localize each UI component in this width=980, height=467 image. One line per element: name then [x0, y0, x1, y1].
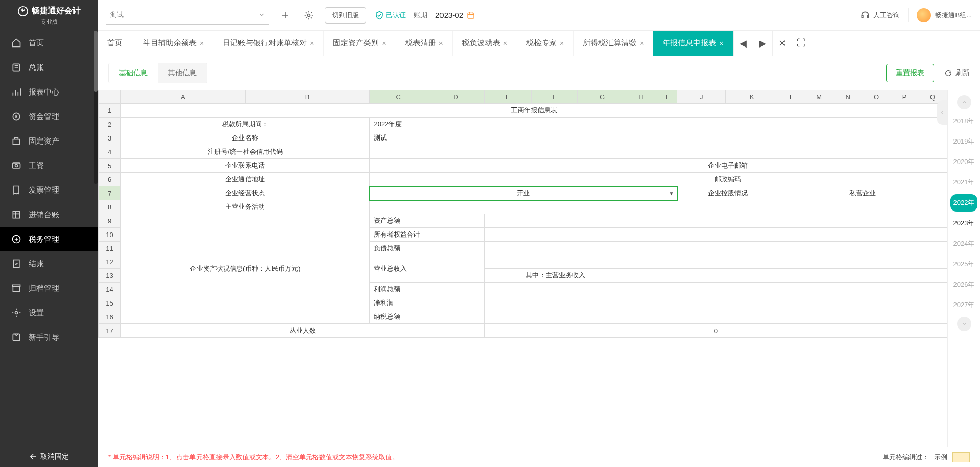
biz-label[interactable]: 主营业务活动 [121, 200, 370, 214]
tab-fullscreen[interactable]: ⛶ [792, 31, 811, 56]
row-header-10[interactable]: 10 [99, 228, 121, 242]
reg-value[interactable] [370, 145, 947, 159]
assets-total-label[interactable]: 资产总额 [370, 214, 484, 228]
row-header-9[interactable]: 9 [99, 214, 121, 228]
liab-total-label[interactable]: 负债总额 [370, 242, 484, 255]
year-item-3[interactable]: 2021年 [950, 174, 978, 191]
tab-3[interactable]: 固定资产类别× [324, 31, 396, 56]
company-selector[interactable]: 测试 [106, 6, 270, 25]
sidebar-item-0[interactable]: 首页 [0, 31, 98, 55]
sidebar-item-3[interactable]: 资金管理 [0, 104, 98, 129]
sidebar-item-1[interactable]: 总账 [0, 55, 98, 80]
row-header-12[interactable]: 12 [99, 255, 121, 269]
row-header-15[interactable]: 15 [99, 296, 121, 310]
row-header-8[interactable]: 8 [99, 200, 121, 214]
tab-scroll-left[interactable]: ◀ [733, 31, 753, 56]
row-header-1[interactable]: 1 [99, 104, 121, 118]
email-label[interactable]: 企业电子邮箱 [677, 159, 778, 173]
period-value-cell[interactable]: 2022年度 [370, 118, 947, 131]
row-header-13[interactable]: 13 [99, 269, 121, 283]
add-button[interactable] [278, 8, 293, 23]
column-header-M[interactable]: M [804, 90, 834, 104]
equity-total-label[interactable]: 所有者权益合计 [370, 228, 484, 242]
sidebar-item-5[interactable]: 工资 [0, 153, 98, 178]
company-name-label[interactable]: 企业名称 [121, 131, 370, 145]
emp-label[interactable]: 从业人数 [121, 324, 485, 338]
sidebar-item-9[interactable]: 结账 [0, 251, 98, 276]
sidebar-item-4[interactable]: 固定资产 [0, 129, 98, 153]
sub-tab-0[interactable]: 基础信息 [109, 63, 158, 83]
column-header-J[interactable]: J [677, 90, 726, 104]
row-header-4[interactable]: 4 [99, 145, 121, 159]
tab-0[interactable]: 首页 [98, 31, 134, 56]
sidebar-item-10[interactable]: 归档管理 [0, 276, 98, 300]
column-header-I[interactable]: I [655, 90, 677, 104]
close-icon[interactable]: × [310, 39, 314, 48]
year-item-2[interactable]: 2020年 [950, 153, 978, 171]
support-button[interactable]: 人工咨询 [860, 10, 900, 20]
liab-total-value[interactable] [484, 242, 947, 255]
holding-label[interactable]: 企业控股情况 [677, 186, 778, 200]
settings-button[interactable] [301, 8, 316, 23]
close-icon[interactable]: × [503, 39, 507, 48]
sidebar-item-8[interactable]: 税务管理 [0, 227, 98, 251]
tab-8[interactable]: 年报信息申报表× [653, 31, 733, 56]
net-profit-label[interactable]: 净利润 [370, 296, 484, 310]
emp-value[interactable]: 0 [484, 324, 947, 338]
sub-tab-1[interactable]: 其他信息 [158, 63, 207, 83]
row-header-7[interactable]: 7 [99, 186, 121, 200]
column-header-O[interactable]: O [862, 90, 891, 104]
email-value[interactable] [778, 159, 947, 173]
year-panel-collapse[interactable] [937, 100, 947, 125]
spreadsheet[interactable]: ABCDEFGHIJKLMNOPQ1工商年报信息表2税款所属期间：2022年度3… [98, 90, 947, 447]
column-header-C[interactable]: C [370, 90, 427, 104]
tab-7[interactable]: 所得税汇算清缴× [574, 31, 653, 56]
sidebar-item-2[interactable]: 报表中心 [0, 80, 98, 104]
column-header-L[interactable]: L [778, 90, 804, 104]
tax-total-value[interactable] [484, 310, 947, 324]
tab-1[interactable]: 斗目辅助余额表× [134, 31, 213, 56]
sidebar-item-7[interactable]: 进销台账 [0, 202, 98, 227]
column-header-G[interactable]: G [577, 90, 627, 104]
row-header-14[interactable]: 14 [99, 283, 121, 296]
row-header-5[interactable]: 5 [99, 159, 121, 173]
profit-total-label[interactable]: 利润总额 [370, 283, 484, 296]
zip-label[interactable]: 邮政编码 [677, 173, 778, 186]
row-header-17[interactable]: 17 [99, 324, 121, 338]
column-header-D[interactable]: D [427, 90, 485, 104]
phone-value[interactable] [370, 159, 677, 173]
addr-label[interactable]: 企业通信地址 [121, 173, 370, 186]
column-header-F[interactable]: F [532, 90, 578, 104]
pin-toggle[interactable]: 取消固定 [0, 447, 98, 467]
column-header-B[interactable]: B [245, 90, 370, 104]
column-header-E[interactable]: E [484, 90, 531, 104]
close-icon[interactable]: × [560, 39, 564, 48]
rev-main-value[interactable] [627, 269, 947, 283]
sidebar-item-11[interactable]: 设置 [0, 300, 98, 325]
biz-value[interactable] [370, 200, 947, 214]
net-profit-value[interactable] [484, 296, 947, 310]
phone-label[interactable]: 企业联系电话 [121, 159, 370, 173]
column-header-A[interactable]: A [121, 90, 246, 104]
holding-value[interactable]: 私营企业 [778, 186, 947, 200]
period-selector[interactable]: 2023-02 [435, 11, 475, 19]
sidebar-item-6[interactable]: 发票管理 [0, 178, 98, 202]
year-up-button[interactable] [957, 95, 971, 109]
close-icon[interactable]: × [200, 39, 204, 48]
column-header-H[interactable]: H [627, 90, 655, 104]
tab-scroll-right[interactable]: ▶ [753, 31, 772, 56]
status-label[interactable]: 企业经营状态 [121, 186, 370, 200]
column-header-K[interactable]: K [726, 90, 778, 104]
sheet-title[interactable]: 工商年报信息表 [121, 104, 947, 118]
row-header-16[interactable]: 16 [99, 310, 121, 324]
rev-main-label[interactable]: 其中：主营业务收入 [484, 269, 627, 283]
sidebar-scrollbar[interactable] [94, 31, 98, 184]
year-item-7[interactable]: 2025年 [950, 255, 978, 273]
profit-total-value[interactable] [484, 283, 947, 296]
zip-value[interactable] [778, 173, 947, 186]
close-icon[interactable]: × [719, 39, 723, 48]
row-header-2[interactable]: 2 [99, 118, 121, 131]
year-item-6[interactable]: 2024年 [950, 235, 978, 252]
period-label-cell[interactable]: 税款所属期间： [121, 118, 370, 131]
status-dropdown[interactable]: 开业▼ [370, 186, 677, 200]
